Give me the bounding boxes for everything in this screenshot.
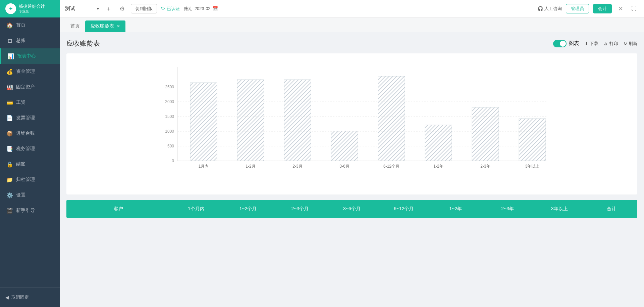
pin-button[interactable]: ◀ 取消固定 — [0, 291, 60, 304]
bar-7 — [519, 119, 546, 161]
window-close-button[interactable]: ✕ — [616, 4, 625, 13]
tab-close-icon[interactable]: ✕ — [117, 24, 120, 29]
download-button[interactable]: ⬇ 下载 — [585, 41, 598, 47]
topbar-settings-button[interactable]: ⚙ — [117, 4, 127, 13]
page-title: 应收账龄表 — [66, 39, 100, 48]
sidebar-item-home[interactable]: 🏠 首页 — [0, 17, 60, 33]
logo-icon: ✦ — [5, 3, 16, 14]
chart-container: 0 500 1000 1500 2000 2500 — [66, 53, 637, 194]
svg-text:1000: 1000 — [165, 129, 174, 134]
verified-label: 已认证 — [167, 6, 180, 12]
print-label: 打印 — [609, 41, 618, 47]
home-icon: 🏠 — [7, 22, 13, 28]
support-label: 人工咨询 — [544, 6, 562, 12]
sidebar-item-assets[interactable]: 🏭 固定资产 — [0, 79, 60, 95]
download-icon: ⬇ — [585, 41, 588, 46]
sidebar-item-payroll[interactable]: 💳 工资 — [0, 95, 60, 110]
toggle-knob — [560, 41, 566, 47]
tab-receivable[interactable]: 应收账龄表 ✕ — [85, 20, 125, 32]
add-company-button[interactable]: ＋ — [104, 4, 113, 13]
print-icon: 🖨 — [604, 41, 608, 46]
pin-label: 取消固定 — [11, 294, 29, 300]
tab-home[interactable]: 首页 — [65, 20, 85, 32]
reports-icon: 📊 — [8, 53, 14, 59]
page-actions: 图表 ⬇ 下载 🖨 打印 ↻ 刷新 — [553, 40, 637, 47]
tab-receivable-label: 应收账龄表 — [91, 23, 114, 29]
sidebar-item-label: 归档管理 — [16, 177, 35, 183]
settings-icon: ⚙️ — [7, 192, 13, 198]
refresh-label: 刷新 — [629, 41, 637, 47]
user-button[interactable]: 管理员 — [566, 4, 589, 13]
bar-2 — [284, 80, 311, 161]
period-text: 账期 — [184, 6, 193, 12]
tax-icon: 📑 — [7, 146, 13, 152]
chart-label: 图表 — [569, 40, 579, 47]
closing-icon: 🔒 — [7, 161, 13, 167]
col-header-2-3y: 2~3年 — [482, 200, 534, 218]
old-version-button[interactable]: 切到旧版 — [131, 4, 157, 13]
window-expand-button[interactable]: ⛶ — [629, 4, 639, 13]
chart-toggle[interactable] — [553, 40, 567, 47]
sidebar-item-tax[interactable]: 📑 税务管理 — [0, 141, 60, 157]
purchase-icon: 📦 — [7, 130, 13, 136]
capital-icon: 💰 — [7, 69, 13, 75]
bar-4 — [378, 76, 405, 161]
company-dropdown-icon[interactable]: ▼ — [96, 6, 100, 11]
pin-icon: ◀ — [5, 295, 9, 300]
sidebar-item-capital[interactable]: 💰 资金管理 — [0, 64, 60, 79]
chart-svg-wrap: 0 500 1000 1500 2000 2500 — [73, 60, 631, 181]
svg-text:3年以上: 3年以上 — [525, 164, 540, 169]
verified-badge: 🛡 已认证 — [161, 6, 180, 12]
shield-icon: 🛡 — [161, 6, 165, 11]
sidebar-logo: ✦ 畅捷通好会计 专业版 — [0, 0, 60, 17]
ledger-icon: ⊟ — [7, 38, 13, 44]
table-container: 客户 1个月内 1~2个月 2~3个月 3~6个月 6~12个月 1~2年 2~… — [66, 200, 637, 218]
svg-text:1500: 1500 — [165, 114, 174, 119]
svg-text:2-3月: 2-3月 — [292, 164, 302, 169]
svg-text:2-3年: 2-3年 — [480, 164, 490, 169]
accountant-button[interactable]: 会计 — [593, 4, 612, 13]
table-header: 客户 1个月内 1~2个月 2~3个月 3~6个月 6~12个月 1~2年 2~… — [66, 200, 637, 218]
bar-5 — [425, 125, 452, 161]
calendar-icon[interactable]: 📅 — [213, 6, 218, 11]
sidebar-item-label: 总账 — [16, 38, 25, 44]
sidebar-item-label: 结账 — [16, 161, 25, 167]
sidebar-nav: 🏠 首页 ⊟ 总账 📊 报表中心 💰 资金管理 🏭 固定资产 💳 工资 📄 发票… — [0, 17, 60, 287]
refresh-button[interactable]: ↻ 刷新 — [624, 41, 637, 47]
sidebar-item-settings[interactable]: ⚙️ 设置 — [0, 187, 60, 203]
print-button[interactable]: 🖨 打印 — [604, 41, 618, 47]
sidebar-item-label: 固定资产 — [16, 84, 35, 90]
col-header-2-3m: 2~3个月 — [274, 200, 326, 218]
period-info: 账期 2023-02 📅 — [184, 6, 218, 12]
sidebar-item-label: 资金管理 — [16, 69, 35, 75]
sidebar-item-closing[interactable]: 🔒 结账 — [0, 157, 60, 172]
col-header-6-12m: 6~12个月 — [378, 200, 430, 218]
tab-home-label: 首页 — [70, 23, 80, 29]
sidebar-item-label: 进销台账 — [16, 130, 35, 136]
company-name: 测试 — [65, 5, 92, 12]
col-header-1-2m: 1~2个月 — [222, 200, 274, 218]
col-header-1-2y: 1~2年 — [430, 200, 482, 218]
bar-1 — [237, 80, 264, 161]
sidebar-item-reports[interactable]: 📊 报表中心 — [0, 48, 60, 64]
col-header-3-6m: 3~6个月 — [326, 200, 378, 218]
bar-3 — [331, 131, 358, 161]
svg-text:3-6月: 3-6月 — [339, 164, 349, 169]
download-label: 下载 — [590, 41, 598, 47]
topbar: 测试 ▼ ＋ ⚙ 切到旧版 🛡 已认证 账期 2023-02 📅 🎧 人工咨询 … — [60, 0, 644, 17]
sidebar-item-guide[interactable]: 🎬 新手引导 — [0, 203, 60, 218]
col-header-customer: 客户 — [66, 200, 170, 218]
chart-toggle-wrap: 图表 — [553, 40, 579, 47]
main-area: 测试 ▼ ＋ ⚙ 切到旧版 🛡 已认证 账期 2023-02 📅 🎧 人工咨询 … — [60, 0, 644, 307]
sidebar-item-invoice[interactable]: 📄 发票管理 — [0, 110, 60, 126]
sidebar-item-archive[interactable]: 📁 归档管理 — [0, 172, 60, 187]
sidebar-item-label: 报表中心 — [17, 53, 36, 59]
support-button[interactable]: 🎧 人工咨询 — [538, 6, 562, 12]
sidebar-item-ledger[interactable]: ⊟ 总账 — [0, 33, 60, 48]
content-area: 应收账龄表 图表 ⬇ 下载 🖨 打印 ↻ 刷新 — [60, 32, 644, 307]
logo-text: 畅捷通好会计 专业版 — [19, 4, 45, 14]
sidebar-item-label: 发票管理 — [16, 115, 35, 121]
sidebar-item-purchase[interactable]: 📦 进销台账 — [0, 126, 60, 141]
svg-text:2500: 2500 — [165, 85, 174, 89]
svg-text:1月内: 1月内 — [199, 164, 209, 169]
